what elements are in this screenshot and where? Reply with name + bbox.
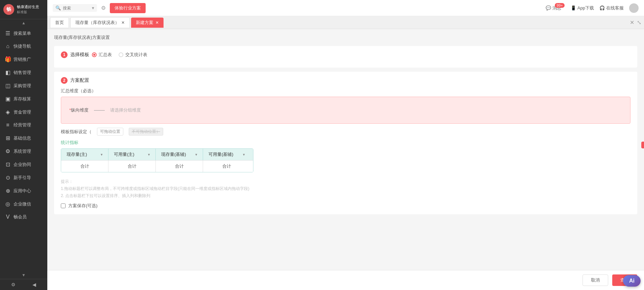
step2-title: 方案配置	[70, 77, 89, 83]
sales-icon: ◧	[5, 69, 11, 76]
search-menu-icon: ☰	[5, 30, 11, 37]
sidebar-item-quick-nav[interactable]: ⌂ 快捷导航	[0, 40, 47, 53]
basic-info-icon: ⊞	[5, 135, 11, 141]
sidebar-item-system[interactable]: ⚙ 系统管理	[0, 145, 47, 158]
brand-name: 畅康通好生意	[17, 4, 39, 9]
sidebar-scroll-up[interactable]: ▲	[0, 19, 47, 27]
window-close-icon[interactable]: ✕	[630, 19, 634, 26]
stats-data-col4: 合计	[203, 161, 250, 172]
sidebar-item-newbie[interactable]: ⊙ 新手引导	[0, 171, 47, 184]
sidebar-item-purchase[interactable]: ◫ 采购管理	[0, 79, 47, 92]
sidebar-item-label: 搜索菜单	[14, 30, 31, 37]
sidebar-scroll-down[interactable]: ▼	[0, 271, 47, 279]
stats-data-col2: 合计	[108, 161, 156, 172]
sidebar-footer: ⚙ ◀	[0, 279, 47, 290]
gear-icon[interactable]: ⚙	[101, 5, 106, 11]
online-service-label: 在线客服	[606, 5, 624, 11]
chevron-down-icon-col1[interactable]: ▾	[101, 152, 103, 157]
radio-summary-label: 汇总表	[99, 52, 112, 58]
sidebar-item-sales[interactable]: ◧ 销售管理	[0, 66, 47, 79]
save-checkbox[interactable]	[61, 203, 66, 208]
tip-2: 2. 点击标题栏下拉可以设置排序、插入列和删除列	[61, 193, 630, 199]
sidebar-item-finance[interactable]: ◈ 资金管理	[0, 105, 47, 119]
stats-col2-label: 可用量(主)	[114, 151, 134, 158]
stats-col1-label: 现存量(主)	[67, 151, 87, 158]
stats-title: 统计指标	[61, 140, 630, 146]
app-download-button[interactable]: 📱 App下载	[571, 5, 594, 11]
chevron-down-icon-col2[interactable]: ▾	[148, 152, 150, 157]
sidebar-item-enterprise[interactable]: ⊡ 企业协同	[0, 158, 47, 171]
sidebar-item-marketing[interactable]: 🎁 营销推广	[0, 53, 47, 66]
ai-button[interactable]: Ai	[623, 275, 641, 287]
trial-button[interactable]: 体验行业方案	[110, 3, 146, 13]
step2-badge: 2	[61, 77, 68, 84]
draggable-indicator: 可拖动位置	[97, 128, 123, 136]
sidebar-item-label: 企业协同	[14, 162, 31, 168]
sidebar-item-inventory[interactable]: ▣ 库存核算	[0, 92, 47, 105]
sidebar-item-search-menu[interactable]: ☰ 搜索菜单	[0, 27, 47, 40]
step1-section: 1 选择模板 汇总表 交叉统计表	[54, 46, 637, 68]
tab-new-plan-close[interactable]: ✕	[155, 20, 159, 25]
stats-col4-label: 可用量(基辅)	[208, 151, 233, 158]
stats-header-col1[interactable]: 现存量(主) ▾	[61, 149, 108, 160]
chevron-down-icon-col4[interactable]: ▾	[243, 152, 245, 157]
stats-table: 现存量(主) ▾ 可用量(主) ▾ 现存量(基辅) ▾ 可用量(基辅) ▾	[61, 148, 253, 172]
footer-bar: 取消 查询	[47, 270, 644, 290]
sidebar-item-membership[interactable]: V 畅会员	[0, 211, 47, 223]
tabbar: 首页 现存量（库存状况表） ✕ 新建方案 ✕ ✕ ⤡	[47, 16, 644, 29]
chevron-down-icon-col3[interactable]: ▾	[195, 152, 197, 157]
topbar-right: 💬 消息 99+ 📱 App下载 🎧 在线客服	[546, 3, 639, 13]
radio-summary[interactable]: 汇总表	[92, 52, 112, 58]
sidebar-item-label: 销售管理	[14, 70, 31, 76]
summary-dimension-label: 汇总维度（必选）	[61, 88, 630, 94]
sidebar-item-wechat[interactable]: ◎ 企业微信	[0, 197, 47, 211]
purchase-icon: ◫	[5, 82, 11, 89]
collapse-icon[interactable]: ◀	[32, 282, 36, 287]
stats-header-col4[interactable]: 可用量(基辅) ▾	[203, 149, 250, 160]
stats-header-col2[interactable]: 可用量(主) ▾	[108, 149, 156, 160]
tab-inventory-status-close[interactable]: ✕	[121, 20, 125, 25]
sidebar-item-label: 营销推广	[14, 56, 31, 63]
window-expand-icon[interactable]: ⤡	[637, 19, 641, 26]
no-drag-tag: 不可拖动位置）	[129, 128, 163, 136]
indicator-row: 模板指标设定（ 可拖动位置 不可拖动位置）	[61, 128, 630, 136]
cancel-button[interactable]: 取消	[583, 274, 608, 286]
radio-cross[interactable]: 交叉统计表	[119, 52, 147, 58]
tab-home[interactable]: 首页	[50, 17, 69, 28]
enterprise-icon: ⊡	[5, 161, 11, 168]
tip-title: 提示：	[61, 179, 630, 185]
step1-badge: 1	[61, 51, 68, 58]
settings-icon[interactable]: ⚙	[11, 282, 16, 287]
sidebar-item-app-center[interactable]: ⊕ 应用中心	[0, 184, 47, 197]
search-input[interactable]	[63, 6, 90, 10]
dimension-area[interactable]: *纵向维度 —— 请选择分组维度	[61, 97, 630, 124]
finance-icon: ◈	[5, 109, 11, 115]
search-box[interactable]: 🔍 ▾	[53, 4, 97, 12]
sidebar-item-label: 应用中心	[14, 188, 31, 194]
inventory-icon: ▣	[5, 96, 11, 102]
page-content: 现存量(库存状况表)方案设置 1 选择模板 汇总表 交叉统计表	[47, 29, 644, 270]
app-download-label: App下载	[577, 5, 594, 11]
no-drag-indicator: 不可拖动位置）	[129, 128, 163, 136]
step1-header: 1 选择模板 汇总表 交叉统计表	[61, 51, 630, 58]
online-service-button[interactable]: 🎧 在线客服	[599, 5, 624, 11]
search-icon: 🔍	[55, 5, 61, 10]
tab-new-plan[interactable]: 新建方案 ✕	[131, 18, 164, 28]
right-edge-tab[interactable]	[641, 142, 644, 148]
membership-icon: V	[5, 214, 11, 220]
dimension-required-label: *纵向维度	[69, 107, 89, 113]
step1-title: 选择模板	[70, 52, 89, 58]
sidebar-item-label: 新手引导	[14, 175, 31, 181]
sidebar-item-label: 资金管理	[14, 109, 31, 115]
brand-area: 畅 畅康通好生意 标准版	[0, 0, 47, 19]
sidebar-item-basic-info[interactable]: ⊞ 基础信息	[0, 131, 47, 145]
tab-inventory-status[interactable]: 现存量（库存状况表） ✕	[70, 17, 130, 28]
stats-header-row: 现存量(主) ▾ 可用量(主) ▾ 现存量(基辅) ▾ 可用量(基辅) ▾	[61, 149, 253, 160]
user-avatar[interactable]	[629, 3, 639, 13]
wechat-icon: ◎	[5, 201, 11, 207]
search-dropdown-icon[interactable]: ▾	[92, 5, 94, 10]
stats-header-col3[interactable]: 现存量(基辅) ▾	[156, 149, 203, 160]
radio-cross-circle	[119, 52, 123, 57]
sidebar-item-operations[interactable]: ≡ 经营管理	[0, 119, 47, 131]
messages-button[interactable]: 💬 消息 99+	[546, 5, 561, 11]
